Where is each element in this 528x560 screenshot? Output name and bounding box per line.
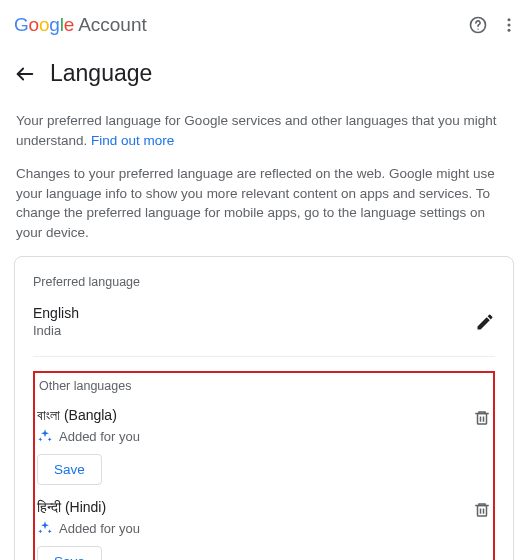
svg-point-3	[508, 24, 511, 27]
sparkle-icon	[37, 428, 53, 444]
svg-point-4	[508, 29, 511, 32]
preferred-language-row: English India	[33, 305, 495, 357]
added-for-you-row: Added for you	[37, 520, 140, 536]
other-language-name: বাংলা (Bangla)	[37, 407, 140, 424]
edit-icon[interactable]	[475, 312, 495, 332]
topbar: Google Account	[0, 0, 528, 36]
added-for-you-row: Added for you	[37, 428, 140, 444]
brand-account-label: Account	[78, 14, 147, 36]
preferred-section-label: Preferred language	[33, 275, 495, 289]
svg-rect-9	[478, 506, 487, 517]
preferred-language-region: India	[33, 323, 79, 338]
delete-icon[interactable]	[473, 409, 491, 427]
help-icon[interactable]	[468, 15, 488, 35]
other-language-item: हिन्दी (Hindi) Added for you Save	[37, 499, 491, 560]
sparkle-icon	[37, 520, 53, 536]
page-title: Language	[50, 60, 152, 87]
language-card: Preferred language English India Other l…	[14, 256, 514, 560]
svg-rect-6	[478, 414, 487, 425]
svg-point-2	[508, 18, 511, 21]
other-language-name: हिन्दी (Hindi)	[37, 499, 140, 516]
other-section-label: Other languages	[39, 379, 491, 393]
back-arrow-icon[interactable]	[14, 63, 36, 85]
svg-point-1	[477, 29, 478, 30]
added-for-you-label: Added for you	[59, 429, 140, 444]
save-button[interactable]: Save	[37, 546, 102, 560]
preferred-language-name: English	[33, 305, 79, 321]
added-for-you-label: Added for you	[59, 521, 140, 536]
topbar-actions	[468, 15, 518, 35]
other-language-item: বাংলা (Bangla) Added for you Save	[37, 407, 491, 485]
page-header: Language	[0, 36, 528, 93]
intro-text: Your preferred language for Google servi…	[0, 93, 528, 242]
delete-icon[interactable]	[473, 501, 491, 519]
save-button[interactable]: Save	[37, 454, 102, 485]
find-out-more-link[interactable]: Find out more	[91, 133, 174, 148]
google-logo: Google	[14, 14, 74, 36]
more-vert-icon[interactable]	[500, 16, 518, 34]
intro-p2: Changes to your preferred language are r…	[16, 164, 512, 242]
brand: Google Account	[14, 14, 147, 36]
other-languages-highlight: Other languages বাংলা (Bangla) Added for…	[33, 371, 495, 560]
intro-p1: Your preferred language for Google servi…	[16, 113, 497, 148]
